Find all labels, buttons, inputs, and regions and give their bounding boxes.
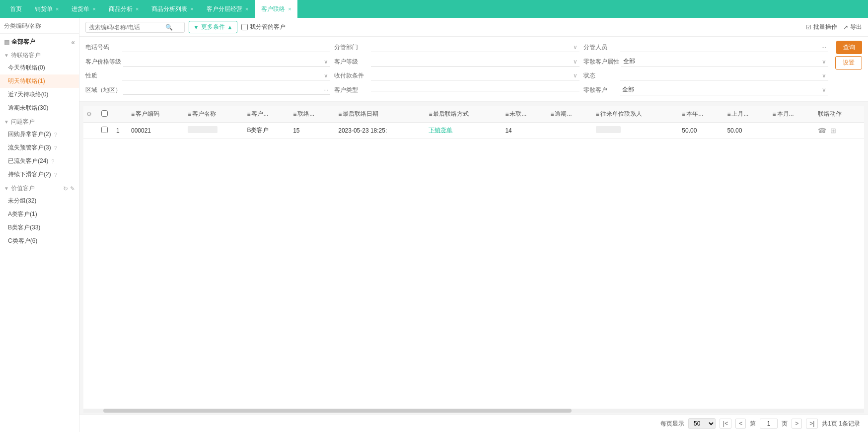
top-navigation: 首页 销货单 × 进货单 × 商品分析 × 商品分析列表 × 客户分层经营 × … <box>0 0 868 18</box>
search-input[interactable] <box>89 24 163 31</box>
filter-customer-type-select[interactable] <box>371 89 579 91</box>
sidebar-item-tomorrow-contact[interactable]: 明天待联络(1) <box>0 74 79 88</box>
sidebar-item-class-c[interactable]: C类客户(6) <box>0 234 79 248</box>
ellipsis-icon[interactable]: ··· <box>821 44 826 51</box>
help-icon[interactable]: ? <box>54 172 57 178</box>
filter-phone-input[interactable] <box>122 43 330 52</box>
row-checkbox <box>98 123 113 139</box>
search-icon[interactable]: 🔍 <box>165 24 173 31</box>
my-customers-check[interactable] <box>241 24 248 30</box>
sidebar-item-churned[interactable]: 已流失客户(24) ? <box>0 154 79 168</box>
filter-label-retail-customer: 零散客户 <box>583 86 618 94</box>
filter-label-phone: 电话号码 <box>85 43 120 52</box>
first-page-button[interactable]: |< <box>720 419 731 429</box>
settings-button[interactable]: 设置 <box>835 56 862 70</box>
col-last-month[interactable]: ≡ 上月... <box>724 106 769 123</box>
close-icon[interactable]: × <box>92 6 95 12</box>
filter-status: 状态 ∨ <box>583 71 828 80</box>
sidebar-item-class-a[interactable]: A类客户(1) <box>0 208 79 221</box>
filter-retail-customer-select[interactable]: 全部 ∨ <box>620 84 828 95</box>
sidebar-item-7day-contact[interactable]: 近7天待联络(0) <box>0 88 79 101</box>
sidebar-item-repurchase-abnormal[interactable]: 回购异常客户(2) ? <box>0 128 79 141</box>
col-customer-name[interactable]: ≡ 客户名称 <box>185 106 244 123</box>
filter-region-select[interactable]: ··· <box>123 85 330 95</box>
nav-product-analysis[interactable]: 商品分析 × <box>103 0 145 18</box>
prev-page-button[interactable]: < <box>735 419 746 429</box>
row-this-month <box>770 123 815 139</box>
per-page-select[interactable]: 50 100 200 <box>688 418 716 429</box>
nav-customer-tier[interactable]: 客户分层经营 × <box>201 0 254 18</box>
col-customer-code[interactable]: ≡ 客户编码 <box>128 106 185 123</box>
nav-home[interactable]: 首页 <box>4 0 28 18</box>
ellipsis-icon[interactable]: ··· <box>323 86 328 93</box>
page-input[interactable] <box>760 419 778 429</box>
col-customer-type[interactable]: ≡ 客户... <box>244 106 290 123</box>
filter-price-grade-select[interactable]: ∨ <box>123 57 330 67</box>
batch-op-button[interactable]: ☑ 批量操作 <box>806 23 837 31</box>
nav-purchase-order[interactable]: 进货单 × <box>66 0 101 18</box>
sidebar-item-class-b[interactable]: B类客户(33) <box>0 221 79 234</box>
arrow-icon: ▼ <box>4 186 9 191</box>
help-icon[interactable]: ? <box>51 158 54 164</box>
sidebar-all-customers[interactable]: ▦ 全部客户 « <box>0 34 79 48</box>
close-icon[interactable]: × <box>136 6 139 12</box>
contact-method-link[interactable]: 下销货单 <box>429 127 452 134</box>
sidebar-item-churn-warning[interactable]: 流失预警客户(3) ? <box>0 141 79 154</box>
col-contact-count[interactable]: ≡ 联络... <box>290 106 335 123</box>
query-button[interactable]: 查询 <box>836 41 862 54</box>
sidebar-item-declining[interactable]: 持续下滑客户(2) ? <box>0 168 79 181</box>
close-icon[interactable]: × <box>190 6 193 12</box>
filter-customer-grade-select[interactable]: ∨ <box>371 57 579 67</box>
horizontal-scrollbar[interactable] <box>83 409 864 413</box>
settings-icon[interactable]: ⚙ <box>86 111 92 118</box>
sidebar-item-overdue-contact[interactable]: 逾期未联络(30) <box>0 101 79 115</box>
filter-dept-select[interactable]: ∨ <box>371 43 579 52</box>
filter-manager-select[interactable]: ··· <box>620 43 828 52</box>
col-gear: ⚙ <box>83 106 98 123</box>
sidebar-item-ungrouped[interactable]: 未分组(32) <box>0 194 79 208</box>
nav-product-analysis-list[interactable]: 商品分析列表 × <box>145 0 199 18</box>
filter-retail-attr-select[interactable]: 全部 ∨ <box>621 56 828 67</box>
close-icon[interactable]: × <box>288 6 291 12</box>
sidebar-group-pending-contact[interactable]: ▼ 待联络客户 <box>0 48 79 61</box>
arrow-icon: ▼ <box>4 119 9 125</box>
filter-payment-select[interactable]: ∨ <box>371 71 579 80</box>
export-button[interactable]: ↗ 导出 <box>843 23 862 31</box>
col-overdue[interactable]: ≡ 逾期... <box>547 106 592 123</box>
collapse-icon[interactable]: « <box>71 38 75 46</box>
sidebar-group-value-customers[interactable]: ▼ 价值客户 ↻ ✎ <box>0 181 79 194</box>
next-page-button[interactable]: > <box>792 419 802 429</box>
more-action-icon[interactable]: ⊞ <box>830 127 836 135</box>
filter-icon: ▼ <box>193 24 199 31</box>
filter-more-button[interactable]: ▼ 更多条件 ▲ <box>189 21 237 33</box>
filter-status-select[interactable]: ∨ <box>620 71 828 80</box>
col-unit-contact[interactable]: ≡ 往来单位联系人 <box>593 106 679 123</box>
chevron-down-icon: ∨ <box>324 58 328 65</box>
filter-retail-customer: 零散客户 全部 ∨ <box>583 84 828 95</box>
col-this-month[interactable]: ≡ 本月... <box>770 106 815 123</box>
refresh-icon[interactable]: ↻ <box>63 185 68 192</box>
close-icon[interactable]: × <box>245 6 248 12</box>
my-customers-checkbox[interactable]: 我分管的客户 <box>241 23 286 31</box>
contact-icon[interactable]: ☎ <box>818 127 826 135</box>
help-icon[interactable]: ? <box>54 132 57 138</box>
edit-icon[interactable]: ✎ <box>70 185 75 192</box>
sidebar-item-today-contact[interactable]: 今天待联络(0) <box>0 61 79 74</box>
col-last-contact-method[interactable]: ≡ 最后联络方式 <box>426 106 502 123</box>
col-last-contact-date[interactable]: ≡ 最后联络日期 <box>335 106 426 123</box>
select-all-checkbox[interactable] <box>101 110 108 117</box>
col-this-year[interactable]: ≡ 本年... <box>679 106 724 123</box>
row-select-checkbox[interactable] <box>101 127 108 133</box>
sidebar-search-input[interactable] <box>4 22 78 29</box>
col-uncontacted[interactable]: ≡ 未联... <box>502 106 547 123</box>
nav-sales-order[interactable]: 销货单 × <box>29 0 65 18</box>
close-icon[interactable]: × <box>56 6 59 12</box>
nav-customer-contact[interactable]: 客户联络 × <box>255 0 297 18</box>
value-customer-actions: ↻ ✎ <box>63 185 75 192</box>
filter-nature-select[interactable]: ∨ <box>122 71 330 80</box>
last-page-button[interactable]: >| <box>806 419 818 429</box>
row-last-date: 2023-05-23 18:25: <box>335 123 426 139</box>
help-icon[interactable]: ? <box>54 145 57 151</box>
sidebar-group-problem-customers[interactable]: ▼ 问题客户 <box>0 115 79 128</box>
chevron-down-icon: ∨ <box>324 72 328 79</box>
